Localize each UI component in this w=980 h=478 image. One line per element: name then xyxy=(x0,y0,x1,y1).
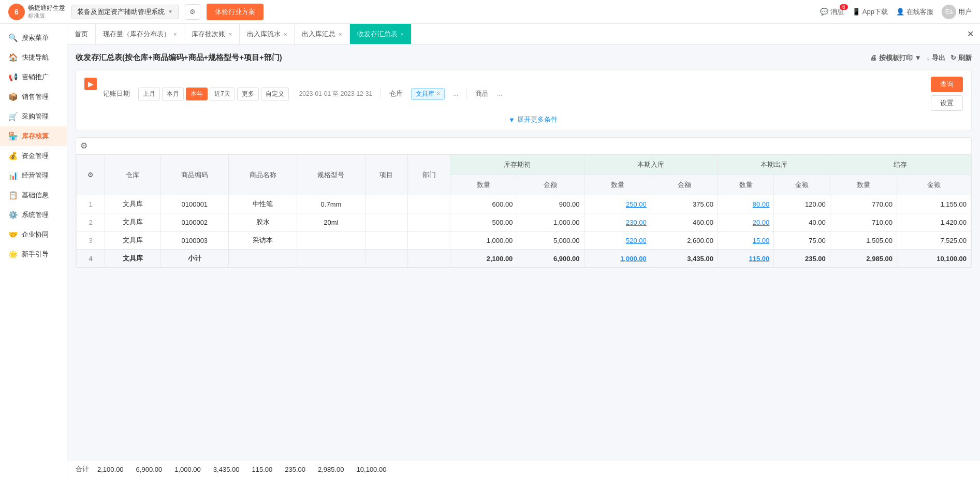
total-out-qty: 115.00 xyxy=(252,466,272,473)
user-item[interactable]: Ea 用户 xyxy=(942,5,972,19)
home-icon: 🏠 xyxy=(8,53,18,62)
app-download-item[interactable]: 📱 App下载 xyxy=(852,7,888,17)
tab-recv-send-summary[interactable]: 收发存汇总表 × xyxy=(350,24,412,44)
cell-warehouse: 文具库 xyxy=(105,195,160,213)
table-row: 3 文具库 0100003 采访本 1,000.00 5,000.00 520.… xyxy=(77,231,971,250)
tab-close-batch-ledger[interactable]: × xyxy=(228,31,231,37)
total-closing-amt: 10,100.00 xyxy=(357,466,387,473)
basic-info-icon: 📋 xyxy=(8,191,18,200)
cell-out-qty[interactable]: 20.00 xyxy=(718,213,773,231)
sidebar-item-purchase[interactable]: 🛒 采购管理 xyxy=(0,107,67,126)
col-closing-qty: 数量 xyxy=(830,175,897,195)
query-button[interactable]: 查询 xyxy=(931,77,963,92)
subtotal-out-qty[interactable]: 115.00 xyxy=(718,250,773,268)
total-nums: 2,100.00 6,900.00 1,000.00 3,435.00 115.… xyxy=(97,466,386,473)
col-group-opening: 库存期初 xyxy=(450,155,584,175)
date-btn-custom[interactable]: 自定义 xyxy=(261,88,289,100)
table-settings-row: ⚙ xyxy=(76,138,971,154)
cell-project xyxy=(365,195,407,213)
filter-content: 记账日期 上月 本月 本年 近7天 更多 自定义 2023-01-01 至 20… xyxy=(103,77,963,124)
sidebar-item-quick-nav[interactable]: 🏠 快捷导航 xyxy=(0,48,67,67)
cell-department xyxy=(408,231,450,250)
cell-warehouse: 文具库 xyxy=(105,213,160,231)
system-name[interactable]: 装备及固定资产辅助管理系统 ▼ xyxy=(71,5,179,19)
sidebar-item-business[interactable]: 📊 经营管理 xyxy=(0,166,67,185)
sidebar-item-marketing[interactable]: 📢 营销推广 xyxy=(0,67,67,87)
cell-in-qty[interactable]: 250.00 xyxy=(584,195,651,213)
date-btn-7days[interactable]: 近7天 xyxy=(210,88,235,100)
trial-button[interactable]: 体验行业方案 xyxy=(207,4,264,20)
total-closing-qty: 2,985.00 xyxy=(318,466,344,473)
sidebar-item-sales[interactable]: 📦 销售管理 xyxy=(0,87,67,107)
cell-goods-name: 采访本 xyxy=(229,231,297,250)
cell-opening-qty: 500.00 xyxy=(450,213,517,231)
goods-more-button[interactable]: ... xyxy=(497,90,502,97)
cell-closing-qty: 710.00 xyxy=(830,213,897,231)
table-settings-icon[interactable]: ⚙ xyxy=(80,141,87,151)
tab-close-recv-send-summary[interactable]: × xyxy=(401,31,404,37)
page-title: 收发存汇总表(按仓库+商品编码+商品+规格型号+项目+部门) xyxy=(76,53,282,63)
sidebar-item-finance[interactable]: 💰 资金管理 xyxy=(0,146,67,166)
close-all-tabs-button[interactable]: ✕ xyxy=(965,27,976,40)
sidebar-item-enterprise[interactable]: 🤝 企业协同 xyxy=(0,225,67,244)
warehouse-tag-remove[interactable]: × xyxy=(436,90,440,97)
sidebar-item-system[interactable]: ⚙️ 系统管理 xyxy=(0,205,67,225)
print-button[interactable]: 🖨 按模板打印 ▼ xyxy=(870,53,922,63)
cell-goods-code: 0100003 xyxy=(160,231,229,250)
subtotal-row: 4 文具库 小计 2,100.00 6,900.00 1,000.00 3,43… xyxy=(77,250,971,268)
subtotal-num: 4 xyxy=(77,250,105,268)
page-content: 收发存汇总表(按仓库+商品编码+商品+规格型号+项目+部门) 🖨 按模板打印 ▼… xyxy=(67,45,980,460)
sidebar-item-search[interactable]: 🔍 搜索菜单 xyxy=(0,28,67,48)
page-title-row: 收发存汇总表(按仓库+商品编码+商品+规格型号+项目+部门) 🖨 按模板打印 ▼… xyxy=(76,53,972,63)
cell-out-qty[interactable]: 80.00 xyxy=(718,195,773,213)
tab-close-stock-summary[interactable]: × xyxy=(339,31,342,37)
cell-closing-amt: 1,155.00 xyxy=(897,195,971,213)
tab-close-stock-flow[interactable]: × xyxy=(284,31,287,37)
cell-in-qty[interactable]: 230.00 xyxy=(584,213,651,231)
col-group-closing: 结存 xyxy=(830,155,971,175)
date-btn-more[interactable]: 更多 xyxy=(237,88,259,100)
cell-in-qty[interactable]: 520.00 xyxy=(584,231,651,250)
warehouse-more-button[interactable]: ... xyxy=(453,90,458,97)
sidebar-item-new-guide[interactable]: 🌟 新手引导 xyxy=(0,244,67,264)
sidebar-item-basic-info[interactable]: 📋 基础信息 xyxy=(0,185,67,205)
tab-close-stock-dist[interactable]: × xyxy=(173,31,177,37)
filter-row: 记账日期 上月 本月 本年 近7天 更多 自定义 2023-01-01 至 20… xyxy=(103,77,963,111)
refresh-icon: ↻ xyxy=(950,54,956,62)
data-table-wrap: ⚙ ⚙ 仓库 商品编码 商品名称 规格型号 项目 部门 库存期初 xyxy=(76,137,972,268)
date-btn-this-year[interactable]: 本年 xyxy=(186,88,208,100)
logo-area: 6 畅捷通好生意 标准版 xyxy=(8,4,65,20)
cell-closing-amt: 7,525.00 xyxy=(897,231,971,250)
table-row: 1 文具库 0100001 中性笔 0.7mm 600.00 900.00 25… xyxy=(77,195,971,213)
cell-closing-amt: 1,420.00 xyxy=(897,213,971,231)
cell-opening-amt: 5,000.00 xyxy=(517,231,584,250)
filter-expand-icon[interactable]: ▶ xyxy=(84,78,97,90)
tab-home[interactable]: 首页 xyxy=(67,24,96,44)
cell-out-qty[interactable]: 15.00 xyxy=(718,231,773,250)
online-service-item[interactable]: 👤 在线客服 xyxy=(896,7,933,17)
tab-stock-summary[interactable]: 出入库汇总 × xyxy=(295,24,349,44)
tab-stock-dist[interactable]: 现存量（库存分布表） × xyxy=(96,24,184,44)
row-num: 3 xyxy=(77,231,105,250)
export-button[interactable]: ↓ 导出 xyxy=(927,53,946,63)
tab-stock-flow[interactable]: 出入库流水 × xyxy=(240,24,295,44)
warehouse-tag[interactable]: 文具库 × xyxy=(411,88,445,100)
cell-out-amt: 40.00 xyxy=(774,213,830,231)
col-closing-amt: 金额 xyxy=(897,175,971,195)
cell-closing-qty: 770.00 xyxy=(830,195,897,213)
cell-warehouse: 文具库 xyxy=(105,231,160,250)
date-btn-last-month[interactable]: 上月 xyxy=(138,88,160,100)
cell-out-amt: 75.00 xyxy=(774,231,830,250)
refresh-button[interactable]: ↻ 刷新 xyxy=(950,53,972,63)
settings-small-button[interactable]: 设置 xyxy=(931,95,963,111)
date-btn-this-month[interactable]: 本月 xyxy=(162,88,184,100)
tab-batch-ledger[interactable]: 库存批次账 × xyxy=(184,24,239,44)
col-warehouse: 仓库 xyxy=(105,155,160,195)
table-row: 2 文具库 0100002 胶水 20ml 500.00 1,000.00 23… xyxy=(77,213,971,231)
settings-button[interactable]: ⚙ xyxy=(185,4,200,20)
cell-goods-spec xyxy=(297,231,365,250)
subtotal-in-qty[interactable]: 1,000.00 xyxy=(584,250,651,268)
message-item[interactable]: 💬 消息 6 xyxy=(820,7,844,17)
expand-more-button[interactable]: ▼ 展开更多条件 xyxy=(508,115,558,124)
sidebar-item-inventory[interactable]: 🏪 库存核算 xyxy=(0,126,67,146)
